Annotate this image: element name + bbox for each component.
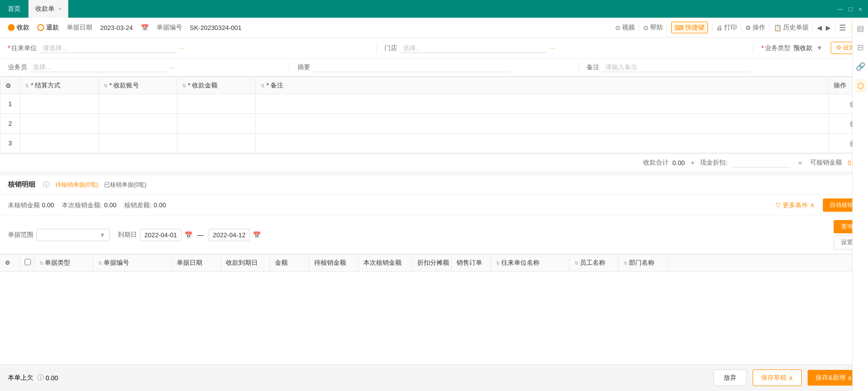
counterpart-label: 往来单位 bbox=[11, 44, 37, 53]
sort-icon-account[interactable]: ⇅ bbox=[104, 83, 108, 88]
sort-icon-dept[interactable]: ⇅ bbox=[624, 260, 627, 266]
footer-info-icon[interactable]: ⓘ bbox=[37, 373, 44, 382]
help-icon: ⊙ bbox=[643, 24, 649, 31]
row2-method-cell[interactable] bbox=[20, 114, 99, 134]
radio-collection[interactable]: 收款 bbox=[8, 23, 29, 32]
discount-label: 现金折扣: bbox=[700, 158, 728, 167]
save-draft-button[interactable]: 保存草稿 ∧ bbox=[753, 369, 802, 386]
discount-input[interactable] bbox=[732, 158, 790, 168]
verification-section: 核销明细 ⓘ 待核销单据(0笔) 已核销单据(0笔) 未核销金额 0.00 本次… bbox=[0, 175, 868, 364]
settings-icon[interactable]: ⚙ bbox=[5, 82, 11, 89]
staff-input[interactable] bbox=[30, 62, 167, 72]
date-from-input[interactable]: 2022-04-01 bbox=[140, 229, 182, 241]
table-row: 1 🗑 ⊞ bbox=[0, 94, 868, 114]
list-view-icon[interactable]: ☰ bbox=[839, 23, 846, 32]
row3-method-cell[interactable] bbox=[20, 134, 99, 153]
done-tab-link[interactable]: 已核销单据(0笔) bbox=[104, 181, 147, 189]
radio-refund-label: 退款 bbox=[46, 23, 59, 32]
sort-icon-method[interactable]: ⇅ bbox=[25, 83, 29, 88]
calendar-to-icon[interactable]: 📅 bbox=[253, 231, 261, 239]
sidebar-list-icon[interactable]: ⊟ bbox=[855, 41, 866, 54]
row3-account-cell[interactable] bbox=[99, 134, 177, 153]
minimize-button[interactable]: ─ bbox=[838, 5, 842, 13]
toolbar-actions: ⊙ 视频 ⊙ 帮助 ⌨ 快捷键 🖨 打印 ⚙ 操作 bbox=[615, 22, 860, 33]
note-field-group: 备注 bbox=[587, 62, 860, 72]
receipt-table: ⚙ ⇅ * 结算方式 ⇅ * 收款账号 ⇅ * 收款金额 bbox=[0, 77, 868, 153]
more-conditions-btn[interactable]: ▽ 更多条件 ∧ bbox=[776, 201, 815, 210]
calendar-icon[interactable]: 📅 bbox=[141, 24, 149, 31]
shortcut-action[interactable]: ⌨ 快捷键 bbox=[671, 22, 708, 33]
col-account-header: ⇅ * 收款账号 bbox=[99, 77, 177, 94]
shortcut-icon: ⌨ bbox=[675, 24, 684, 31]
bt-checkbox-col bbox=[20, 255, 34, 271]
chevron-up-icon: ∧ bbox=[810, 201, 815, 209]
select-all-checkbox[interactable] bbox=[25, 259, 31, 265]
print-action[interactable]: 🖨 打印 bbox=[716, 23, 737, 32]
radio-dot-refund bbox=[37, 24, 44, 31]
counterpart-more-icon[interactable]: ··· bbox=[177, 44, 187, 52]
video-action[interactable]: ⊙ 视频 bbox=[615, 23, 635, 32]
uncancelled-label: 未核销金额 bbox=[8, 201, 40, 210]
date-dash: — bbox=[197, 231, 204, 239]
row2-amount-cell[interactable] bbox=[177, 114, 256, 134]
staff-more-icon[interactable]: ··· bbox=[167, 64, 177, 71]
summary-input[interactable] bbox=[313, 62, 510, 72]
sidebar-link-icon[interactable]: 🔗 bbox=[854, 60, 868, 73]
print-icon: 🖨 bbox=[716, 24, 723, 31]
date-to-input[interactable]: 2022-04-12 bbox=[209, 229, 250, 241]
form-row-1: * 往来单位 ··· 门店 ··· * 业务类型 预收款 ▼ ⚙ 设置 bbox=[0, 38, 868, 58]
pending-tab-link[interactable]: 待核销单据(0笔) bbox=[55, 181, 98, 189]
col-settings-header[interactable]: ⚙ bbox=[0, 77, 20, 94]
bt-counterpart-col: ⇅ 往来单位名称 bbox=[491, 254, 570, 271]
row1-method-cell[interactable] bbox=[20, 94, 99, 114]
counterpart-input[interactable] bbox=[40, 43, 177, 53]
sidebar-frame-icon[interactable]: ⬡ bbox=[855, 79, 866, 92]
sort-icon-type[interactable]: ⇅ bbox=[39, 260, 43, 266]
dropdown-icon[interactable]: ▼ bbox=[816, 44, 823, 52]
operation-action[interactable]: ⚙ 操作 bbox=[745, 23, 765, 32]
row1-account-cell[interactable] bbox=[99, 94, 177, 114]
note-label: 备注 bbox=[587, 63, 599, 72]
sort-icon-note: ⇅ bbox=[261, 83, 265, 88]
row3-amount-cell[interactable] bbox=[177, 134, 256, 153]
bt-sales-order-col: 销售订单 bbox=[452, 254, 491, 271]
radio-refund[interactable]: 退款 bbox=[37, 23, 59, 32]
bt-settings-col[interactable]: ⚙ bbox=[0, 255, 20, 270]
home-tab[interactable]: 首页 bbox=[0, 0, 28, 18]
maximize-button[interactable]: □ bbox=[849, 5, 853, 13]
row3-note-cell[interactable] bbox=[256, 134, 829, 153]
receipt-table-section: ⚙ ⇅ * 结算方式 ⇅ * 收款账号 ⇅ * 收款金额 bbox=[0, 77, 868, 153]
stats-row: 未核销金额 0.00 本次核销金额: 0.00 核销差额: 0.00 ▽ 更多条… bbox=[0, 195, 868, 216]
sort-icon-staff[interactable]: ⇅ bbox=[574, 260, 578, 266]
help-action[interactable]: ⊙ 帮助 bbox=[643, 23, 663, 32]
store-label: 门店 bbox=[384, 44, 397, 53]
row1-note-cell[interactable] bbox=[256, 94, 829, 114]
bt-dept-col: ⇅ 部门名称 bbox=[619, 254, 668, 271]
note-input[interactable] bbox=[602, 62, 750, 72]
active-tab-receipt[interactable]: 收款单 × bbox=[28, 0, 68, 18]
store-input[interactable] bbox=[400, 43, 547, 53]
calendar-from-icon[interactable]: 📅 bbox=[185, 231, 192, 239]
bt-type-col: ⇅ 单据类型 bbox=[34, 254, 93, 271]
row2-account-cell[interactable] bbox=[99, 114, 177, 134]
business-type-value: 预收款 bbox=[793, 44, 813, 53]
range-select[interactable]: ▼ bbox=[36, 229, 110, 241]
history-action[interactable]: 📋 历史单据 bbox=[774, 23, 809, 32]
store-more-icon[interactable]: ··· bbox=[547, 44, 557, 52]
sidebar-table-icon[interactable]: ▤ bbox=[855, 22, 866, 35]
close-button[interactable]: × bbox=[858, 5, 862, 13]
row2-note-cell[interactable] bbox=[256, 114, 829, 134]
tab-close-icon[interactable]: × bbox=[58, 6, 61, 12]
nav-next-icon[interactable]: ▶ bbox=[826, 24, 831, 31]
bt-discount-col: 折扣分摊额 bbox=[412, 254, 452, 271]
row1-amount-cell[interactable] bbox=[177, 94, 256, 114]
sort-icon-number[interactable]: ⇅ bbox=[98, 260, 102, 266]
nav-prev-icon[interactable]: ◀ bbox=[817, 24, 822, 31]
sort-icon-amount[interactable]: ⇅ bbox=[182, 83, 186, 88]
abandon-button[interactable]: 放弃 bbox=[713, 369, 747, 386]
sort-icon-counterpart[interactable]: ⇅ bbox=[496, 260, 500, 266]
verification-title: 核销明细 bbox=[8, 180, 35, 189]
info-icon[interactable]: ⓘ bbox=[43, 180, 50, 189]
filter-icon: ▽ bbox=[776, 201, 781, 209]
summary-field-group: 摘要 bbox=[298, 62, 571, 72]
